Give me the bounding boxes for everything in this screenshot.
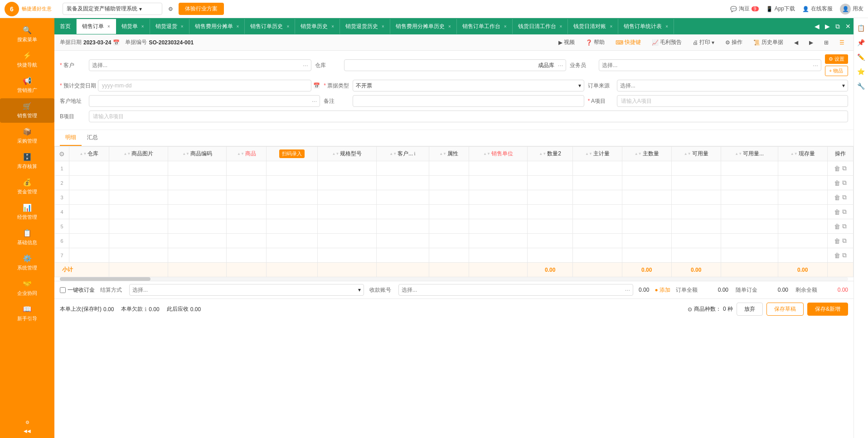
cell-available2[interactable] xyxy=(721,234,778,248)
cell-qty2[interactable] xyxy=(528,234,573,248)
salesman-more-icon[interactable]: ··· xyxy=(813,62,818,69)
calendar-icon[interactable]: 📅 xyxy=(113,39,120,46)
cell-available[interactable] xyxy=(671,205,721,219)
settings-btn[interactable]: ⚙ 设置 xyxy=(825,54,848,64)
tab-summary[interactable]: 汇总 xyxy=(82,130,103,146)
receipt-account-more-icon[interactable]: ··· xyxy=(625,286,630,294)
cell-scan[interactable] xyxy=(267,205,318,219)
row-delete-button[interactable]: 🗑 xyxy=(834,252,840,259)
cell-attribute[interactable] xyxy=(429,234,469,248)
sidebar-item-marketing[interactable]: 📢营销推广 xyxy=(0,73,54,97)
cell-warehouse[interactable] xyxy=(69,161,109,176)
a-project-input[interactable] xyxy=(617,95,848,107)
sidebar-settings-button[interactable]: ⚙ xyxy=(25,420,29,425)
tab-close-icon[interactable]: × xyxy=(560,24,563,29)
tab-sales-expense-history[interactable]: 销售费用分摊单历史× xyxy=(390,19,457,34)
notes-input[interactable] xyxy=(353,95,584,107)
cell-code[interactable] xyxy=(168,219,227,234)
cell-attribute[interactable] xyxy=(429,176,469,190)
sidebar-item-inventory[interactable]: 🗄️库存核算 xyxy=(0,149,54,173)
row-delete-button[interactable]: 🗑 xyxy=(834,223,840,230)
tab-close-icon[interactable]: × xyxy=(504,24,507,29)
cell-main-unit[interactable] xyxy=(572,219,622,234)
tab-sales-refund[interactable]: 销货退货× xyxy=(150,19,189,34)
view-button[interactable]: ▶ 视频 xyxy=(555,37,578,48)
cell-scan[interactable] xyxy=(267,161,318,176)
tab-sales-order[interactable]: 销售订单× xyxy=(77,19,116,34)
tab-close-icon[interactable]: × xyxy=(331,24,334,29)
row-copy-button[interactable]: ⧉ xyxy=(842,251,847,259)
cell-warehouse[interactable] xyxy=(69,219,109,234)
cell-warehouse[interactable] xyxy=(69,248,109,263)
right-panel-btn-4[interactable]: ⭐ xyxy=(855,65,868,78)
cell-main-unit[interactable] xyxy=(572,190,622,205)
cell-customer-code[interactable] xyxy=(376,234,429,248)
cell-image[interactable] xyxy=(109,190,168,205)
sidebar-collapse-button[interactable]: ◀◀ xyxy=(24,428,31,433)
cell-attribute[interactable] xyxy=(429,190,469,205)
tab-sales-order-workbench[interactable]: 销售订单工作台× xyxy=(457,19,513,34)
cell-available[interactable] xyxy=(671,161,721,176)
cell-main-qty[interactable] xyxy=(622,248,671,263)
right-panel-btn-1[interactable]: 📋 xyxy=(855,22,868,34)
solution-button[interactable]: 体验行业方案 xyxy=(179,3,224,15)
cell-goods[interactable] xyxy=(227,190,267,205)
receipt-account-wrapper[interactable]: ··· xyxy=(398,284,633,296)
cell-qty2[interactable] xyxy=(528,219,573,234)
gear-icon-top[interactable]: ⚙ xyxy=(166,5,175,14)
address-wrapper[interactable]: ··· xyxy=(89,95,320,107)
cell-unit[interactable] xyxy=(469,219,528,234)
tab-detail[interactable]: 明细 xyxy=(60,130,82,146)
cell-stock[interactable] xyxy=(778,161,827,176)
cell-available2[interactable] xyxy=(721,161,778,176)
cell-unit[interactable] xyxy=(469,176,528,190)
row-delete-button[interactable]: 🗑 xyxy=(834,194,840,201)
cell-image[interactable] xyxy=(109,248,168,263)
cell-image[interactable] xyxy=(109,234,168,248)
cell-main-qty[interactable] xyxy=(622,176,671,190)
cell-code[interactable] xyxy=(168,161,227,176)
right-panel-btn-5[interactable]: 🔧 xyxy=(855,80,868,92)
next-page-button[interactable]: ▶ xyxy=(805,38,817,47)
cell-goods[interactable] xyxy=(227,234,267,248)
one-click-checkbox[interactable] xyxy=(60,287,66,293)
cell-available2[interactable] xyxy=(721,248,778,263)
tab-close-icon[interactable]: × xyxy=(181,24,184,29)
cell-image[interactable] xyxy=(109,176,168,190)
payment-method-input[interactable] xyxy=(132,287,356,293)
cell-stock[interactable] xyxy=(778,219,827,234)
cell-qty2[interactable] xyxy=(528,161,573,176)
right-panel-btn-3[interactable]: ✏️ xyxy=(855,51,868,63)
cell-spec[interactable] xyxy=(318,161,377,176)
tab-cash-daily-reconcile[interactable]: 钱货日清对账× xyxy=(568,19,618,34)
sidebar-item-search[interactable]: 🔍搜索菜单 xyxy=(0,22,54,47)
sidebar-item-sales[interactable]: 🛒销售管理 xyxy=(0,98,54,123)
order-source-wrapper[interactable]: ▾ xyxy=(617,80,848,91)
tab-next-button[interactable]: ▶ xyxy=(822,23,833,30)
cell-qty2[interactable] xyxy=(528,176,573,190)
payment-method-wrapper[interactable]: ▾ xyxy=(129,284,364,296)
scrollbar-thumb[interactable] xyxy=(60,277,150,281)
tab-sales-expense-split[interactable]: 销售费用分摊单× xyxy=(189,19,245,34)
cell-warehouse[interactable] xyxy=(69,176,109,190)
cell-spec[interactable] xyxy=(318,234,377,248)
cell-available2[interactable] xyxy=(721,190,778,205)
delivery-date-input[interactable] xyxy=(98,80,311,91)
cell-main-unit[interactable] xyxy=(572,248,622,263)
discard-button[interactable]: 放弃 xyxy=(737,303,763,316)
cell-unit[interactable] xyxy=(469,205,528,219)
b-project-input[interactable] xyxy=(89,111,848,122)
cell-scan[interactable] xyxy=(267,176,318,190)
sidebar-item-purchase[interactable]: 📦采购管理 xyxy=(0,124,54,148)
tab-cash-daily-workbench[interactable]: 钱货日清工作台× xyxy=(513,19,568,34)
tab-close-icon[interactable]: × xyxy=(141,24,144,29)
cell-spec[interactable] xyxy=(318,205,377,219)
history-button[interactable]: 📜 历史单据 xyxy=(750,37,787,48)
cell-goods[interactable] xyxy=(227,248,267,263)
sidebar-item-system[interactable]: ⚙️系统管理 xyxy=(0,250,54,275)
tab-window-button[interactable]: ⧉ xyxy=(833,21,843,32)
save-draft-button[interactable]: 保存草稿 xyxy=(766,303,804,316)
row-copy-button[interactable]: ⧉ xyxy=(842,164,847,172)
cell-spec[interactable] xyxy=(318,190,377,205)
cell-customer-code[interactable] xyxy=(376,219,429,234)
